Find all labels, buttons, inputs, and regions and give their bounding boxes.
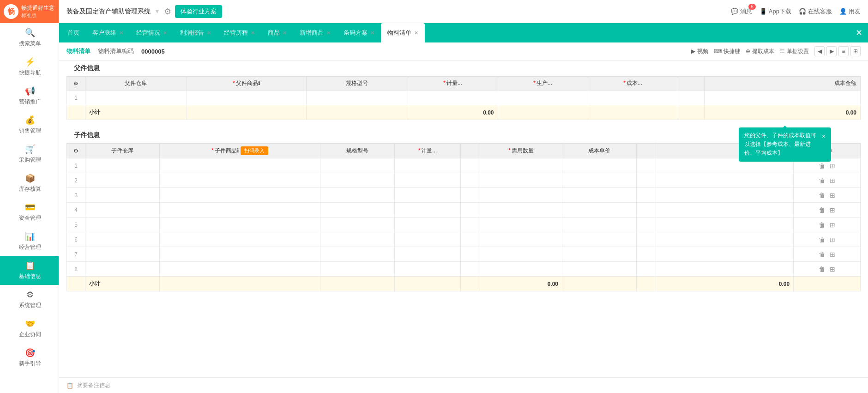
child-row-6-unit-cost[interactable] bbox=[562, 232, 637, 247]
child-row-3-delete[interactable]: 🗑 bbox=[819, 192, 825, 199]
single-settings-btn[interactable]: ☰ 单据设置 bbox=[780, 48, 809, 55]
parent-row-1-product[interactable] bbox=[187, 91, 306, 105]
child-row-1-warehouse[interactable] bbox=[85, 158, 160, 173]
child-row-5-warehouse[interactable] bbox=[85, 218, 160, 232]
parent-row-1-cost[interactable] bbox=[588, 91, 678, 105]
nav-tab-5[interactable]: 商品 ✕ bbox=[261, 23, 293, 42]
child-row-8-unit[interactable] bbox=[394, 262, 460, 277]
child-row-2-delete[interactable]: 🗑 bbox=[819, 177, 825, 184]
child-row-2-spec[interactable] bbox=[320, 173, 394, 188]
sidebar-item-8[interactable]: 📋基础信息 bbox=[0, 256, 59, 285]
sidebar-item-0[interactable]: 🔍搜索菜单 bbox=[0, 23, 59, 52]
child-row-3-product[interactable] bbox=[160, 188, 320, 203]
prev-arrow[interactable]: ◀ bbox=[814, 46, 825, 56]
extract-cost-btn[interactable]: ⊕ 提取成本 bbox=[746, 48, 774, 55]
child-row-5-unit[interactable] bbox=[394, 218, 460, 232]
child-row-3-unit[interactable] bbox=[394, 188, 460, 203]
child-row-4-copy[interactable]: ⊞ bbox=[830, 206, 835, 214]
tab-close-5[interactable]: ✕ bbox=[283, 30, 287, 36]
child-row-7-product[interactable] bbox=[160, 247, 320, 262]
child-row-5-spec[interactable] bbox=[320, 218, 394, 232]
child-row-5-product[interactable] bbox=[160, 218, 320, 232]
tooltip-close[interactable]: × bbox=[822, 131, 826, 141]
shortcut-btn[interactable]: ⌨ 快捷键 bbox=[714, 48, 740, 55]
child-row-6-copy[interactable]: ⊞ bbox=[830, 236, 835, 243]
child-row-5-delete[interactable]: 🗑 bbox=[819, 221, 825, 229]
child-row-8-unit-cost[interactable] bbox=[562, 262, 637, 277]
grid-arrow[interactable]: ⊞ bbox=[850, 46, 861, 56]
child-row-4-spec[interactable] bbox=[320, 203, 394, 218]
parent-row-1-unit[interactable] bbox=[408, 91, 498, 105]
child-row-4-product[interactable] bbox=[160, 203, 320, 218]
child-row-7-qty[interactable] bbox=[480, 247, 562, 262]
child-row-8-warehouse[interactable] bbox=[85, 262, 160, 277]
child-row-7-warehouse[interactable] bbox=[85, 247, 160, 262]
nav-tab-8[interactable]: 物料清单 ✕ bbox=[381, 23, 425, 42]
child-row-1-copy[interactable]: ⊞ bbox=[830, 162, 835, 169]
view-btn[interactable]: ▶ 视频 bbox=[691, 48, 708, 55]
child-row-5-copy[interactable]: ⊞ bbox=[830, 221, 835, 229]
child-row-4-unit[interactable] bbox=[394, 203, 460, 218]
child-row-8-qty[interactable] bbox=[480, 262, 562, 277]
trial-button[interactable]: 体验行业方案 bbox=[175, 5, 222, 18]
parent-th-gear[interactable]: ⚙ bbox=[67, 77, 85, 91]
child-row-6-product[interactable] bbox=[160, 232, 320, 247]
child-row-2-unit-cost[interactable] bbox=[562, 173, 637, 188]
child-row-3-spec[interactable] bbox=[320, 188, 394, 203]
tab-close-1[interactable]: ✕ bbox=[119, 30, 123, 36]
tab-close-8[interactable]: ✕ bbox=[414, 30, 418, 36]
child-row-7-unit[interactable] bbox=[394, 247, 460, 262]
parent-row-1-spec[interactable] bbox=[306, 91, 408, 105]
nav-tab-0[interactable]: 首页 bbox=[61, 23, 86, 42]
parent-row-1-produce[interactable] bbox=[498, 91, 588, 105]
sidebar-item-5[interactable]: 📦库存核算 bbox=[0, 169, 59, 198]
child-row-8-copy[interactable]: ⊞ bbox=[830, 266, 835, 273]
tab-close-6[interactable]: ✕ bbox=[326, 30, 331, 36]
message-btn[interactable]: 💬 消息 6 bbox=[731, 7, 752, 16]
menu-arrow[interactable]: ≡ bbox=[838, 46, 849, 56]
sidebar-item-7[interactable]: 📊经营管理 bbox=[0, 227, 59, 256]
sidebar-item-2[interactable]: 📢营销推广 bbox=[0, 81, 59, 110]
child-row-2-qty[interactable] bbox=[480, 173, 562, 188]
child-row-4-warehouse[interactable] bbox=[85, 203, 160, 218]
app-download-btn[interactable]: 📱 App下载 bbox=[760, 7, 791, 16]
child-row-1-spec[interactable] bbox=[320, 158, 394, 173]
child-row-1-unit[interactable] bbox=[394, 158, 460, 173]
child-row-4-delete[interactable]: 🗑 bbox=[819, 206, 825, 214]
close-all-tabs[interactable]: ✕ bbox=[852, 28, 866, 38]
sidebar-item-1[interactable]: ⚡快捷导航 bbox=[0, 52, 59, 81]
nav-tab-2[interactable]: 经营情况 ✕ bbox=[130, 23, 174, 42]
child-row-7-copy[interactable]: ⊞ bbox=[830, 251, 835, 258]
parent-row-1-warehouse[interactable] bbox=[85, 91, 187, 105]
child-row-4-unit-cost[interactable] bbox=[562, 203, 637, 218]
child-th-gear[interactable]: ⚙ bbox=[67, 144, 85, 158]
breadcrumb-1[interactable]: 物料清单 bbox=[66, 47, 90, 55]
sidebar-item-10[interactable]: 🤝企业协同 bbox=[0, 314, 59, 343]
sidebar-item-3[interactable]: 💰销售管理 bbox=[0, 110, 59, 139]
tab-close-3[interactable]: ✕ bbox=[207, 30, 211, 36]
settings-icon[interactable]: ⚙ bbox=[164, 6, 171, 17]
scan-button[interactable]: 扫码录入 bbox=[241, 146, 268, 155]
child-row-6-unit[interactable] bbox=[394, 232, 460, 247]
child-row-7-spec[interactable] bbox=[320, 247, 394, 262]
nav-tab-1[interactable]: 客户联络 ✕ bbox=[86, 23, 130, 42]
child-row-6-qty[interactable] bbox=[480, 232, 562, 247]
sidebar-item-11[interactable]: 🎯新手引导 bbox=[0, 343, 59, 372]
child-row-6-warehouse[interactable] bbox=[85, 232, 160, 247]
child-row-6-delete[interactable]: 🗑 bbox=[819, 236, 825, 243]
child-row-1-qty[interactable] bbox=[480, 158, 562, 173]
child-row-1-product[interactable] bbox=[160, 158, 320, 173]
child-row-3-copy[interactable]: ⊞ bbox=[830, 192, 835, 199]
child-row-2-copy[interactable]: ⊞ bbox=[830, 177, 835, 184]
child-row-3-qty[interactable] bbox=[480, 188, 562, 203]
child-row-3-warehouse[interactable] bbox=[85, 188, 160, 203]
tab-close-7[interactable]: ✕ bbox=[370, 30, 374, 36]
online-service-btn[interactable]: 🎧 在线客服 bbox=[799, 7, 832, 16]
child-row-8-delete[interactable]: 🗑 bbox=[819, 266, 825, 273]
nav-tab-3[interactable]: 利润报告 ✕ bbox=[174, 23, 217, 42]
nav-tab-7[interactable]: 条码方案 ✕ bbox=[337, 23, 381, 42]
child-row-2-warehouse[interactable] bbox=[85, 173, 160, 188]
child-row-8-product[interactable] bbox=[160, 262, 320, 277]
child-row-5-unit-cost[interactable] bbox=[562, 218, 637, 232]
sidebar-item-9[interactable]: ⚙系统管理 bbox=[0, 285, 59, 314]
